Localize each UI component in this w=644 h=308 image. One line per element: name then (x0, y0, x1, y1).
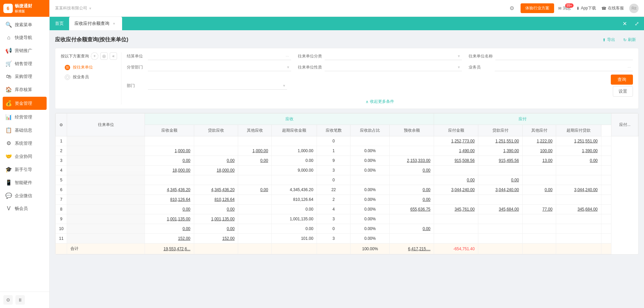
table-cell[interactable]: 0.00 (194, 205, 238, 214)
table-cell[interactable]: 1,490.00 (434, 146, 478, 156)
table-cell[interactable]: 0.00 (390, 166, 434, 175)
table-cell[interactable]: 1,001,135.00 (145, 214, 194, 224)
table-cell[interactable]: 0.00 (145, 205, 194, 214)
table-cell[interactable]: 2,153,333.00 (390, 156, 434, 166)
close-tab-button[interactable]: ✕ (620, 19, 629, 28)
table-cell[interactable]: 0.00 (194, 156, 238, 166)
footer-advance-balance[interactable]: 6,417,215.... (390, 244, 434, 254)
footer-ar-amount[interactable]: 19,553,472,6... (145, 244, 194, 254)
sidebar-item-hardware[interactable]: 📱 智能硬件 (0, 176, 49, 189)
table-cell (478, 166, 523, 175)
settings-button[interactable]: 设置 (613, 86, 633, 97)
table-cell[interactable]: 0.00 (194, 224, 238, 234)
header-gear-button[interactable]: ⚙ (507, 4, 517, 13)
department-select[interactable]: ▾ (148, 82, 287, 90)
collapse-button[interactable]: ∧ 收起更多条件 (127, 99, 633, 104)
sidebar-item-member[interactable]: V 畅会员 (0, 202, 49, 215)
sidebar-item-system[interactable]: ⚙ 系统管理 (0, 137, 49, 150)
sidebar-item-search-menu[interactable]: 🔍 搜索菜单 (0, 18, 49, 31)
table-cell[interactable]: 0.00 (390, 185, 434, 195)
inventory-icon: 🏠 (5, 86, 12, 93)
add-schema-button[interactable]: + (91, 52, 98, 60)
table-cell[interactable]: 18,000.00 (145, 166, 194, 175)
schema-by-customer[interactable]: 按 按往来单位 (61, 62, 117, 72)
table-cell[interactable]: 1,001,135.00 (194, 214, 238, 224)
table-cell[interactable]: 100.00 (523, 146, 556, 156)
table-cell[interactable]: 0.00 (390, 195, 434, 205)
table-cell[interactable]: 0.00 (556, 156, 601, 166)
sidebar-item-guide[interactable]: 🎓 新手引导 (0, 163, 49, 176)
table-cell[interactable]: 1,251,551.00 (556, 136, 601, 146)
sidebar-item-marketing[interactable]: 📢 营销推广 (0, 44, 49, 57)
table-cell[interactable]: 1,000.00 (145, 146, 194, 156)
table-cell[interactable]: 1,251,551.00 (478, 136, 523, 146)
salesperson-input[interactable]: ··· (495, 63, 633, 71)
messages-button[interactable]: ✉ 消息 99+ (558, 5, 571, 11)
table-cell[interactable]: 77.00 (523, 205, 556, 214)
table-cell[interactable]: 0.00 (523, 185, 556, 195)
table-cell[interactable]: 0.00 (478, 175, 523, 185)
table-cell[interactable]: 13.00 (523, 156, 556, 166)
dept-manager-select[interactable]: ▾ (148, 63, 291, 71)
table-cell[interactable]: 0.00 (238, 185, 272, 195)
sidebar-item-quick-nav[interactable]: ⌂ 快捷导航 (0, 31, 49, 44)
table-settings-header[interactable]: ⚙ (56, 114, 67, 136)
table-cell[interactable]: 4,345,436.20 (145, 185, 194, 195)
sidebar-item-operation[interactable]: 📊 经营管理 (0, 111, 49, 124)
online-service-button[interactable]: ☎ 在线客服 (601, 5, 624, 11)
table-cell[interactable]: 18,000.00 (194, 166, 238, 175)
export-button[interactable]: ⬆ 导出 (600, 36, 618, 44)
table-cell[interactable]: 0.00 (238, 156, 272, 166)
schema-settings-button[interactable]: ◎ (100, 52, 108, 60)
schema-by-staff[interactable]: 按业务员 (61, 72, 117, 82)
sidebar-settings-button[interactable]: ⚙ (3, 295, 13, 305)
table-cell[interactable]: 655,636.75 (390, 205, 434, 214)
table-cell[interactable]: 1,000.00 (238, 146, 272, 156)
schema-collapse-button[interactable]: « (110, 52, 117, 60)
table-cell[interactable]: 345,684.00 (478, 205, 523, 214)
promo-button[interactable]: 体验行业方案 (521, 3, 554, 13)
customer-category-select[interactable]: ▾ (325, 52, 462, 60)
customer-nature-select[interactable]: ▾ (325, 63, 462, 71)
sidebar-item-collab[interactable]: 🤝 企业协同 (0, 150, 49, 163)
app-download-button[interactable]: ⬇ App下载 (576, 5, 596, 11)
tab-ar-ap[interactable]: 应收应付余额查询 × (69, 17, 122, 30)
table-cell[interactable]: 3,044,240.00 (434, 185, 478, 195)
customer-name-input[interactable] (495, 52, 633, 60)
table-cell[interactable]: 3,044,240.00 (556, 185, 601, 195)
table-cell[interactable]: 1,390.00 (478, 146, 523, 156)
table-cell[interactable]: 810,126.64 (145, 195, 194, 205)
expand-button[interactable]: ⤢ (632, 19, 641, 28)
table-cell[interactable]: 3,044,240.00 (478, 185, 523, 195)
refresh-button[interactable]: ↻ 刷新 (621, 36, 639, 44)
table-cell[interactable]: 0.00 (434, 175, 478, 185)
table-cell[interactable]: 1,222.00 (523, 136, 556, 146)
user-avatar[interactable]: Rit (629, 4, 639, 13)
table-cell[interactable]: 0.00 (145, 156, 194, 166)
sidebar-item-basic[interactable]: 📋 基础信息 (0, 124, 49, 137)
table-cell[interactable]: 915,495.56 (478, 156, 523, 166)
table-cell[interactable]: 1,252,773.00 (434, 136, 478, 146)
footer-loan-ap (478, 244, 523, 254)
tab-home[interactable]: 首页 (50, 17, 69, 30)
table-cell[interactable]: 915,508.56 (434, 156, 478, 166)
settlement-unit-input[interactable]: ··· (148, 52, 291, 60)
table-cell[interactable]: 810,126.64 (194, 195, 238, 205)
sidebar-collapse-button[interactable]: ⏸ (15, 295, 25, 305)
table-cell[interactable]: 345,684.00 (556, 205, 601, 214)
table-cell: 3 (317, 166, 351, 175)
tab-close-icon[interactable]: × (111, 21, 117, 26)
table-cell[interactable]: 0.00 (145, 224, 194, 234)
table-cell[interactable]: 1,390.00 (556, 146, 601, 156)
sidebar-item-sales[interactable]: 🛒 销售管理 (0, 57, 49, 70)
table-cell[interactable]: 345,761.00 (434, 205, 478, 214)
sidebar-item-wechat[interactable]: 💬 企业微信 (0, 189, 49, 202)
table-cell[interactable]: 4,345,436.20 (194, 185, 238, 195)
table-cell[interactable]: 152.00 (194, 234, 238, 244)
sidebar-item-purchase[interactable]: 🛍 采购管理 (0, 70, 49, 83)
table-cell[interactable]: 152.00 (145, 234, 194, 244)
query-button[interactable]: 查询 (611, 75, 633, 85)
sidebar-item-finance[interactable]: 💰 资金管理 (3, 97, 47, 110)
sidebar-item-inventory[interactable]: 🏠 库存核算 (0, 83, 49, 96)
table-cell[interactable]: 0.00 (390, 224, 434, 234)
